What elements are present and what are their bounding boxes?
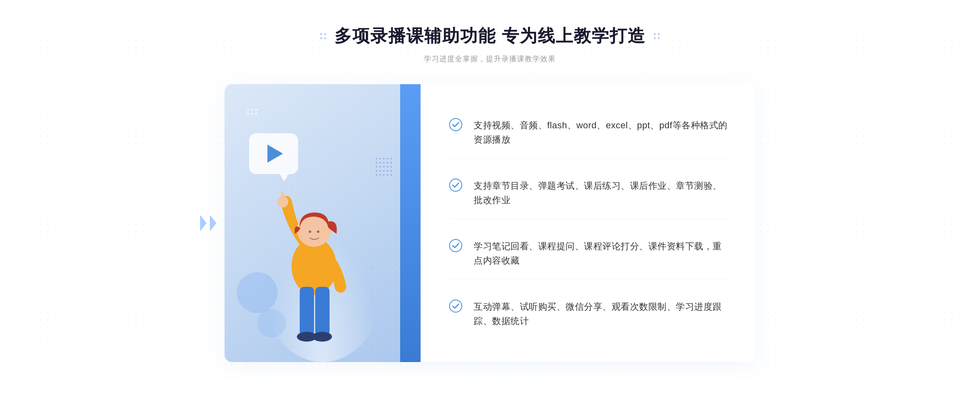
title-deco-right bbox=[654, 33, 660, 39]
svg-point-2 bbox=[309, 230, 311, 233]
title-deco-left bbox=[320, 33, 326, 39]
svg-rect-5 bbox=[315, 287, 330, 336]
page-subtitle: 学习进度全掌握，提升录播课教学效果 bbox=[320, 54, 660, 64]
feature-text-4: 互动弹幕、试听购买、微信分享、观看次数限制、学习进度跟踪、数据统计 bbox=[474, 300, 729, 328]
header-section: 多项录播课辅助功能 专为线上教学打造 学习进度全掌握，提升录播课教学效果 bbox=[320, 25, 660, 64]
person-illustration bbox=[251, 148, 381, 362]
feature-item-1: 支持视频、音频、flash、word、excel、ppt、pdf等各种格式的资源… bbox=[449, 107, 729, 159]
feature-text-1: 支持视频、音频、flash、word、excel、ppt、pdf等各种格式的资源… bbox=[474, 118, 729, 147]
check-icon-1 bbox=[449, 118, 462, 131]
feature-text-3: 学习笔记回看、课程提问、课程评论打分、课件资料下载，重点内容收藏 bbox=[474, 239, 729, 268]
svg-point-3 bbox=[317, 230, 319, 233]
main-content-card: 支持视频、音频、flash、word、excel、ppt、pdf等各种格式的资源… bbox=[225, 84, 755, 362]
check-icon-3 bbox=[449, 239, 462, 252]
illustration-panel bbox=[225, 84, 421, 362]
svg-rect-9 bbox=[281, 192, 284, 201]
feature-text-2: 支持章节目录、弹题考试、课后练习、课后作业、章节测验、批改作业 bbox=[474, 179, 729, 207]
check-icon-4 bbox=[449, 300, 462, 313]
svg-rect-4 bbox=[300, 287, 314, 336]
left-chevron-decoration bbox=[200, 215, 216, 231]
check-icon-2 bbox=[449, 179, 462, 192]
features-panel: 支持视频、音频、flash、word、excel、ppt、pdf等各种格式的资源… bbox=[421, 84, 755, 362]
feature-item-2: 支持章节目录、弹题考试、课后练习、课后作业、章节测验、批改作业 bbox=[449, 167, 729, 219]
title-text: 多项录播课辅助功能 专为线上教学打造 bbox=[334, 25, 646, 47]
svg-point-7 bbox=[312, 332, 332, 342]
blue-accent-bar bbox=[400, 84, 421, 362]
page-title: 多项录播课辅助功能 专为线上教学打造 bbox=[320, 25, 660, 47]
feature-item-4: 互动弹幕、试听购买、微信分享、观看次数限制、学习进度跟踪、数据统计 bbox=[449, 288, 729, 340]
feature-item-3: 学习笔记回看、课程提问、课程评论打分、课件资料下载，重点内容收藏 bbox=[449, 228, 729, 279]
small-dots-decoration bbox=[247, 109, 257, 115]
page-wrapper: 多项录播课辅助功能 专为线上教学打造 学习进度全掌握，提升录播课教学效果 bbox=[0, 0, 980, 398]
